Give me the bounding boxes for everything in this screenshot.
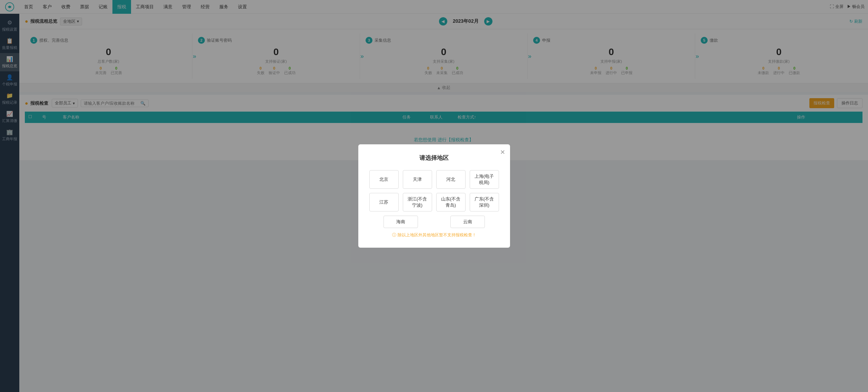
region-btn-hainan[interactable]: 海南: [383, 216, 418, 228]
region-select-modal: ✕ 请选择地区 北京 天津 河北 上海(电子税局) 江苏 浙江(不含宁波) 山东…: [358, 144, 510, 248]
region-btn-shanghai[interactable]: 上海(电子税局): [470, 170, 499, 189]
region-btn-zhejiang[interactable]: 浙江(不含宁波): [403, 193, 432, 212]
region-btn-hebei[interactable]: 河北: [436, 170, 466, 189]
modal-overlay: ✕ 请选择地区 北京 天津 河北 上海(电子税局) 江苏 浙江(不含宁波) 山东…: [0, 0, 868, 392]
region-btn-tianjin[interactable]: 天津: [403, 170, 432, 189]
warning-icon: ⓘ: [392, 232, 396, 238]
region-btn-guangdong[interactable]: 广东(不含深圳): [470, 193, 499, 212]
region-grid-row3: 海南 云南: [369, 216, 499, 228]
region-grid-row1: 北京 天津 河北 上海(电子税局): [369, 170, 499, 189]
region-grid-row2: 江苏 浙江(不含宁波) 山东(不含青岛) 广东(不含深圳): [369, 193, 499, 212]
warning-text: 除以上地区外其他地区暂不支持报税检查！: [398, 232, 476, 238]
region-btn-shandong[interactable]: 山东(不含青岛): [436, 193, 466, 212]
region-btn-beijing[interactable]: 北京: [369, 170, 399, 189]
modal-warning: ⓘ 除以上地区外其他地区暂不支持报税检查！: [369, 232, 499, 238]
modal-close-btn[interactable]: ✕: [500, 148, 505, 156]
region-btn-jiangsu[interactable]: 江苏: [369, 193, 399, 212]
region-btn-yunnan[interactable]: 云南: [450, 216, 485, 228]
modal-title: 请选择地区: [369, 154, 499, 162]
